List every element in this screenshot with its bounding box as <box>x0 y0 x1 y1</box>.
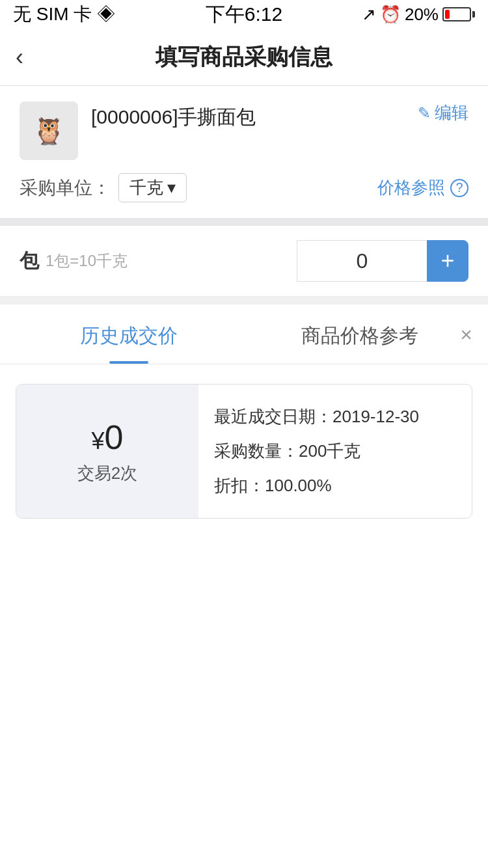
quantity-detail-value: 200千克 <box>299 441 360 461</box>
unit-row: 采购单位： 千克 ▾ <box>20 173 187 202</box>
price-reference-button[interactable]: 价格参照 ? <box>377 176 468 199</box>
page-title: 填写商品采购信息 <box>156 42 332 72</box>
battery-icon <box>442 7 475 21</box>
tabs-panel: 历史成交价 商品价格参考 × ¥0 交易2次 最近成交日期：2019-12-30… <box>0 305 488 538</box>
quantity-unit-sub: 1包=10千克 <box>46 251 128 271</box>
product-name: [0000006]手撕面包 <box>91 102 256 131</box>
product-thumbnail: 🦉 <box>20 102 78 160</box>
edit-icon: ✎ <box>418 104 431 122</box>
history-content: ¥0 交易2次 最近成交日期：2019-12-30 采购数量：200千克 折扣：… <box>0 364 488 538</box>
product-card: 🦉 [0000006]手撕面包 ✎ 编辑 采购单位： 千克 ▾ 价格参照 ? <box>0 86 488 218</box>
unit-select[interactable]: 千克 ▾ <box>118 173 187 202</box>
quantity-detail-label: 采购数量： <box>214 441 299 461</box>
recent-date-label: 最近成交日期： <box>214 407 332 426</box>
tabs-header: 历史成交价 商品价格参考 × <box>0 305 488 364</box>
edit-button[interactable]: ✎ 编辑 <box>418 102 468 124</box>
history-trades-count: 交易2次 <box>77 462 137 485</box>
product-logo-icon: 🦉 <box>33 116 65 146</box>
unit-value: 千克 <box>129 176 163 199</box>
tab-history-price[interactable]: 历史成交价 <box>13 305 244 364</box>
discount-label: 折扣： <box>214 476 265 495</box>
product-top: 🦉 [0000006]手撕面包 ✎ 编辑 <box>20 102 468 160</box>
sim-status: 无 SIM 卡 ◈ <box>13 2 115 27</box>
back-button[interactable]: ‹ <box>16 44 23 71</box>
dropdown-arrow-icon: ▾ <box>167 178 176 198</box>
alarm-icon: ⏰ <box>380 5 401 25</box>
history-card: ¥0 交易2次 最近成交日期：2019-12-30 采购数量：200千克 折扣：… <box>16 384 472 519</box>
history-price-section: ¥0 交易2次 <box>16 385 198 518</box>
tab-product-price-reference[interactable]: 商品价格参考 <box>244 305 475 364</box>
currency-symbol: ¥ <box>92 427 105 454</box>
history-details-section: 最近成交日期：2019-12-30 采购数量：200千克 折扣：100.00% <box>198 385 472 518</box>
history-price-value: ¥0 <box>92 418 124 457</box>
quantity-plus-button[interactable]: + <box>427 240 468 282</box>
product-bottom: 采购单位： 千克 ▾ 价格参照 ? <box>20 173 468 202</box>
recent-date-line: 最近成交日期：2019-12-30 <box>214 404 456 429</box>
location-icon: ↗ <box>362 5 376 25</box>
quantity-unit-badge: 包 <box>20 248 39 275</box>
status-right: ↗ ⏰ 20% <box>362 5 475 25</box>
section-divider <box>0 218 488 226</box>
battery-percent: 20% <box>405 5 439 25</box>
price-amount: 0 <box>105 418 124 456</box>
quantity-label: 包 1包=10千克 <box>20 248 128 275</box>
product-left: 🦉 [0000006]手撕面包 <box>20 102 256 160</box>
recent-date-value: 2019-12-30 <box>332 407 419 426</box>
unit-label: 采购单位： <box>20 176 111 200</box>
quantity-controls: 0 + <box>297 240 468 282</box>
quantity-row: 包 1包=10千克 0 + <box>0 226 488 297</box>
help-icon: ? <box>450 179 468 197</box>
purchase-quantity-line: 采购数量：200千克 <box>214 439 456 464</box>
discount-line: 折扣：100.00% <box>214 473 456 498</box>
status-left: 无 SIM 卡 ◈ <box>13 2 115 27</box>
price-ref-label: 价格参照 <box>377 176 445 199</box>
content-bottom <box>0 538 488 868</box>
quantity-input[interactable]: 0 <box>297 240 427 282</box>
tab-close-button[interactable]: × <box>460 322 472 346</box>
discount-value: 100.00% <box>265 476 332 495</box>
edit-label: 编辑 <box>435 102 468 124</box>
status-time: 下午6:12 <box>206 1 282 28</box>
status-bar: 无 SIM 卡 ◈ 下午6:12 ↗ ⏰ 20% <box>0 0 488 29</box>
nav-header: ‹ 填写商品采购信息 <box>0 29 488 86</box>
